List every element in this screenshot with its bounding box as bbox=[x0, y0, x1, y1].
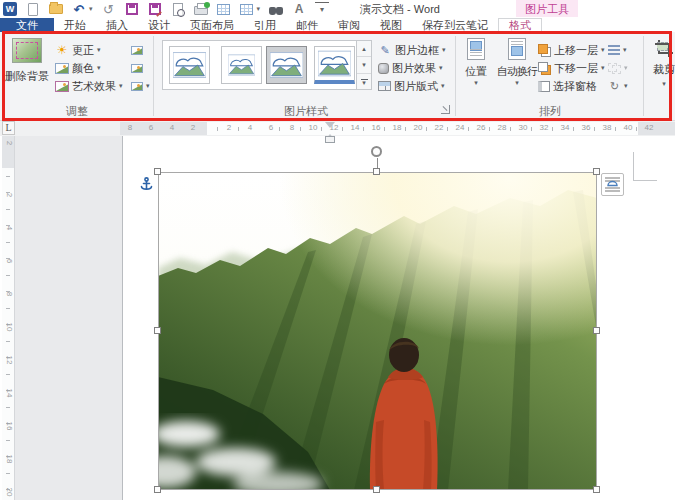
undo-button[interactable]: ↶ bbox=[72, 2, 86, 16]
word-logo: W bbox=[3, 2, 17, 16]
ruler-number: 10 bbox=[305, 123, 321, 132]
tab-home[interactable]: 开始 bbox=[54, 18, 96, 32]
position-button[interactable]: 位置 ▾ bbox=[459, 38, 493, 87]
layout-options-button[interactable] bbox=[601, 173, 624, 196]
resize-handle-middle-right[interactable] bbox=[593, 327, 600, 334]
rotation-handle[interactable] bbox=[371, 146, 382, 157]
ruler-number: 6 bbox=[3, 255, 15, 268]
resize-handle-bottom-center[interactable] bbox=[373, 486, 380, 493]
picture-effects-button[interactable]: 图片效果 ▾ bbox=[378, 60, 443, 76]
effects-shape-icon bbox=[378, 63, 389, 74]
style-thumbnail-1[interactable] bbox=[169, 46, 210, 84]
ruler-number: 2 bbox=[185, 123, 201, 132]
resize-handle-middle-left[interactable] bbox=[154, 327, 161, 334]
remove-background-label: 删除背景 bbox=[5, 69, 49, 84]
bring-forward-button[interactable]: 上移一层 ▾ bbox=[538, 42, 605, 58]
ruler-number: 8 bbox=[284, 123, 300, 132]
ruler-number: 14 bbox=[3, 387, 15, 400]
tab-format[interactable]: 格式 bbox=[498, 18, 542, 32]
bring-forward-dropdown: ▾ bbox=[601, 46, 605, 54]
ruler-number: 4 bbox=[164, 123, 180, 132]
resize-handle-top-center[interactable] bbox=[373, 168, 380, 175]
gallery-more-button[interactable]: ▾ bbox=[357, 74, 371, 89]
save-icon bbox=[126, 3, 138, 15]
gallery-scroll-up[interactable]: ▴ bbox=[357, 41, 371, 57]
new-document-button[interactable] bbox=[26, 2, 40, 16]
tab-design[interactable]: 设计 bbox=[138, 18, 180, 32]
tab-references[interactable]: 引用 bbox=[244, 18, 286, 32]
open-button[interactable] bbox=[49, 2, 63, 16]
resize-handle-top-right[interactable] bbox=[593, 168, 600, 175]
color-button[interactable]: 颜色 ▾ bbox=[55, 60, 101, 76]
selection-pane-button[interactable]: 选择窗格 bbox=[538, 78, 597, 94]
printer-icon bbox=[194, 6, 208, 15]
margin-corner-mark bbox=[633, 180, 657, 181]
change-picture-button[interactable] bbox=[131, 60, 143, 76]
tab-insert[interactable]: 插入 bbox=[96, 18, 138, 32]
save-button[interactable] bbox=[125, 2, 139, 16]
resize-handle-top-left[interactable] bbox=[154, 168, 161, 175]
anchor-icon[interactable] bbox=[140, 177, 153, 193]
quick-print-button[interactable] bbox=[194, 2, 208, 16]
gallery-scroll-down[interactable]: ▾ bbox=[357, 57, 371, 73]
ruler-number: 42 bbox=[641, 123, 657, 132]
rotate-dropdown: ▾ bbox=[624, 82, 628, 90]
artistic-effects-button[interactable]: 艺术效果 ▾ bbox=[55, 78, 123, 94]
left-indent-marker[interactable] bbox=[325, 136, 335, 143]
corrections-button[interactable]: ☀ 更正 ▾ bbox=[55, 42, 101, 58]
ruler-number: 16 bbox=[3, 420, 15, 433]
resize-handle-bottom-right[interactable] bbox=[593, 486, 600, 493]
picture-layout-button[interactable]: 图片版式 ▾ bbox=[378, 78, 445, 94]
save-as-button[interactable] bbox=[148, 2, 162, 16]
insert-table-dropdown[interactable]: ▾ bbox=[257, 5, 261, 13]
tab-page-layout[interactable]: 页面布局 bbox=[180, 18, 244, 32]
ruler-number: 30 bbox=[515, 123, 531, 132]
print-preview-button[interactable] bbox=[171, 2, 185, 16]
align-icon bbox=[608, 45, 620, 55]
resize-handle-bottom-left[interactable] bbox=[154, 486, 161, 493]
corrections-label: 更正 bbox=[72, 43, 94, 58]
insert-table-button[interactable] bbox=[240, 2, 254, 16]
table-button[interactable] bbox=[217, 2, 231, 16]
style-thumbnail-3-selected[interactable] bbox=[266, 46, 307, 84]
table-icon bbox=[217, 4, 230, 15]
redo-button[interactable]: ↺ bbox=[102, 2, 116, 16]
reset-picture-button[interactable]: ▾ bbox=[131, 78, 150, 94]
smartart-icon bbox=[378, 81, 391, 91]
style-thumbnail-2[interactable] bbox=[221, 46, 262, 84]
picture-border-button[interactable]: ✎ 图片边框 ▾ bbox=[378, 42, 446, 58]
styles-dialog-launcher[interactable] bbox=[441, 105, 450, 114]
tab-stop-selector[interactable]: L bbox=[2, 121, 15, 135]
tab-review[interactable]: 审阅 bbox=[328, 18, 370, 32]
align-dropdown: ▾ bbox=[623, 46, 627, 54]
send-backward-label: 下移一层 bbox=[554, 61, 598, 76]
remove-background-button[interactable]: 删除背景 bbox=[4, 38, 50, 84]
tab-mailings[interactable]: 邮件 bbox=[286, 18, 328, 32]
adjust-group-label: 调整 bbox=[2, 104, 152, 118]
bring-forward-icon bbox=[538, 44, 551, 57]
ruler-number: 2 bbox=[3, 137, 15, 150]
save-as-icon bbox=[149, 3, 161, 15]
selected-picture[interactable] bbox=[158, 172, 597, 490]
word-window: W ↶ ▾ ↺ ▾ A ▾ 演示文档 - Word 图片工具 文件 开始 插入 … bbox=[0, 0, 675, 500]
position-icon bbox=[467, 38, 485, 60]
undo-dropdown[interactable]: ▾ bbox=[89, 5, 93, 13]
tab-save-to-cloud[interactable]: 保存到云笔记 bbox=[412, 18, 498, 32]
vertical-ruler: 2 2 4 6 8 10 12 14 16 18 20 bbox=[2, 136, 15, 500]
crop-button[interactable]: 裁剪 ▾ bbox=[649, 40, 675, 88]
find-button[interactable] bbox=[269, 2, 283, 16]
wrap-text-button[interactable]: 自动换行 ▾ bbox=[494, 38, 540, 87]
style-thumbnail-4[interactable] bbox=[314, 46, 355, 84]
word-logo-icon[interactable]: W bbox=[3, 2, 17, 16]
ribbon-tabs: 文件 开始 插入 设计 页面布局 引用 邮件 审阅 视图 保存到云笔记 格式 bbox=[0, 18, 675, 32]
picture-styles-gallery: ▴ ▾ ▾ bbox=[162, 40, 372, 90]
rotate-button[interactable]: ↻ ▾ bbox=[608, 78, 628, 94]
send-backward-button[interactable]: 下移一层 ▾ bbox=[538, 60, 605, 76]
send-backward-dropdown: ▾ bbox=[601, 64, 605, 72]
compress-picture-button[interactable] bbox=[131, 42, 143, 58]
align-button[interactable]: ▾ bbox=[608, 42, 627, 58]
crop-icon bbox=[655, 40, 673, 57]
ruler-number: 12 bbox=[3, 354, 15, 367]
tab-view[interactable]: 视图 bbox=[370, 18, 412, 32]
tab-file[interactable]: 文件 bbox=[0, 18, 54, 32]
